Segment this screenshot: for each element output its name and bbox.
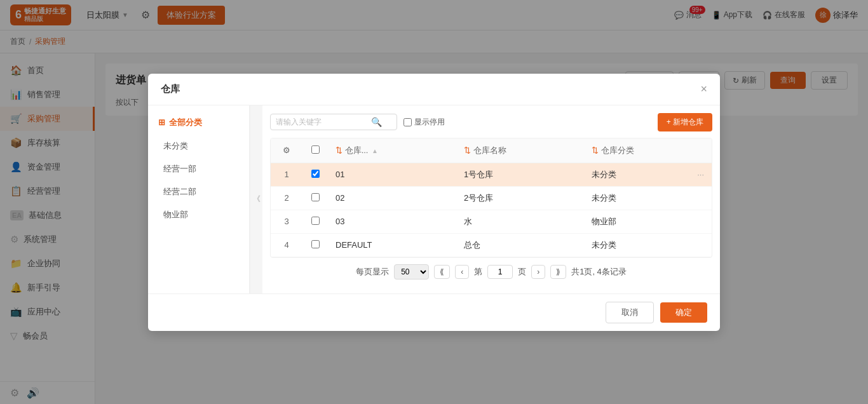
modal-category-all[interactable]: ⊞ 全部分类 [148,111,249,135]
table-row[interactable]: 4 DEFAULT 总仓 未分类 [271,233,712,257]
modal-category-unclassified[interactable]: 未分类 [148,135,249,158]
modal-sidebar-collapse-button[interactable]: 《 [250,105,262,293]
row-checkbox[interactable] [311,217,320,225]
row-category: 未分类··· [584,163,712,186]
row-name: 总仓 [456,233,584,257]
row-checkbox[interactable] [311,193,320,201]
row-category: 未分类 [584,187,712,210]
col-header-code: ⇅ 仓库... ▲ [328,138,456,163]
prev-page-button[interactable]: ‹ [455,265,469,279]
row-num: 3 [271,210,302,233]
col-header-gear: ⚙ [271,138,302,163]
add-warehouse-button[interactable]: + 新增仓库 [658,113,712,131]
row-name: 水 [456,210,584,233]
modal-overlay: 仓库 × ⊞ 全部分类 未分类 经营一部 经营二部 [0,0,868,404]
per-page-select[interactable]: 50 10 20 100 [394,264,429,279]
select-all-checkbox[interactable] [311,145,320,154]
table-row[interactable]: 2 02 2号仓库 未分类 [271,186,712,210]
modal-toolbar: 🔍 显示停用 + 新增仓库 [270,113,712,131]
row-checkbox-cell [302,233,328,257]
total-text: 共1页, 4条记录 [571,266,627,278]
table-row[interactable]: 3 03 水 物业部 [271,210,712,233]
modal-category-dept2[interactable]: 经营二部 [148,180,249,203]
row-category: 物业部 [584,210,712,233]
row-code: DEFAULT [328,233,456,257]
sort-icon-cat: ⇅ [592,145,599,155]
next-page-button[interactable]: › [531,265,545,279]
col-header-name: ⇅ 仓库名称 [456,138,584,163]
modal-close-button[interactable]: × [700,83,707,96]
modal-title: 仓库 [161,83,180,95]
modal-main-content: 🔍 显示停用 + 新增仓库 ⚙ [262,105,720,293]
pagination: 每页显示 50 10 20 100 ⟪ ‹ 第 页 › ⟫ 共1页, 4条记录 [270,258,712,286]
row-category: 未分类 [584,234,712,257]
row-checkbox-cell [302,210,328,233]
row-num: 2 [271,186,302,210]
row-code: 03 [328,210,456,233]
row-code: 01 [328,163,456,186]
more-icon[interactable]: ··· [697,170,704,179]
col-header-check [302,138,328,163]
sort-icon-name: ⇅ [464,145,471,155]
row-name: 2号仓库 [456,186,584,210]
row-checkbox[interactable] [311,240,320,248]
row-checkbox-cell [302,163,328,186]
last-page-button[interactable]: ⟫ [550,265,566,279]
modal-category-dept1[interactable]: 经营一部 [148,158,249,180]
search-input[interactable] [276,118,371,126]
grid-icon: ⊞ [158,118,165,127]
table-row[interactable]: 1 01 1号仓库 未分类··· [271,163,712,186]
row-num: 1 [271,163,302,186]
col-header-category: ⇅ 仓库分类 [584,138,712,163]
show-disabled-checkbox[interactable] [403,118,412,126]
confirm-button[interactable]: 确定 [660,302,707,323]
row-num: 4 [271,233,302,257]
modal-footer: 取消 确定 [148,293,720,331]
row-code: 02 [328,186,456,210]
page-number-input[interactable] [487,265,513,279]
first-page-button[interactable]: ⟪ [434,265,450,279]
row-checkbox-cell [302,186,328,210]
sort-icon: ⇅ [336,145,342,155]
modal-category-property[interactable]: 物业部 [148,203,249,226]
code-sort-icon: ▲ [372,147,378,154]
search-icon[interactable]: 🔍 [371,117,382,127]
warehouse-table: ⚙ ⇅ 仓库... ▲ ⇅ 仓库名称 [270,138,712,258]
row-checkbox[interactable] [311,170,320,178]
show-disabled-label[interactable]: 显示停用 [403,117,445,128]
cancel-button[interactable]: 取消 [606,302,654,323]
row-name: 1号仓库 [456,163,584,186]
modal-body: ⊞ 全部分类 未分类 经营一部 经营二部 物业部 《 [148,105,720,293]
search-box: 🔍 [270,114,397,130]
warehouse-modal: 仓库 × ⊞ 全部分类 未分类 经营一部 经营二部 [148,74,720,331]
gear-header-icon: ⚙ [283,145,290,155]
modal-sidebar: ⊞ 全部分类 未分类 经营一部 经营二部 物业部 [148,105,250,293]
modal-header: 仓库 × [148,74,720,105]
